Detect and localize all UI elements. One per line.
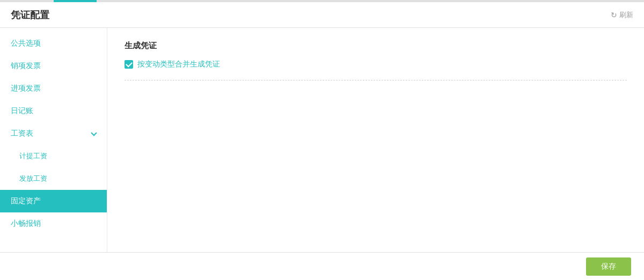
sidebar: 公共选项 销项发票 进项发票 日记账 工资表 计提工资 发放工资 固定资产 小畅… (0, 28, 107, 252)
checkbox-row: 按变动类型合并生成凭证 (125, 60, 627, 69)
sidebar-item-label: 进项发票 (11, 84, 41, 93)
sidebar-item-issue-payroll[interactable]: 发放工资 (0, 167, 107, 190)
checkbox-label[interactable]: 按变动类型合并生成凭证 (137, 60, 220, 69)
sidebar-item-label: 销项发票 (11, 61, 41, 71)
page-header: 凭证配置 ↻ 刷新 (0, 2, 644, 28)
sidebar-item-label: 工资表 (11, 129, 33, 138)
refresh-button[interactable]: ↻ 刷新 (611, 10, 633, 20)
page-footer: 保存 (0, 252, 644, 280)
sidebar-item-payroll-table[interactable]: 工资表 (0, 122, 107, 145)
chevron-down-icon (91, 130, 97, 136)
sidebar-item-label: 计提工资 (19, 151, 47, 161)
sidebar-item-public-options[interactable]: 公共选项 (0, 32, 107, 55)
sidebar-item-purchase-invoice[interactable]: 进项发票 (0, 77, 107, 100)
refresh-icon: ↻ (611, 11, 617, 19)
save-button[interactable]: 保存 (586, 257, 631, 276)
section-divider (125, 80, 627, 80)
sidebar-item-calc-payroll[interactable]: 计提工资 (0, 145, 107, 167)
section-title: 生成凭证 (125, 41, 627, 51)
sidebar-item-fixed-assets[interactable]: 固定资产 (0, 190, 107, 212)
sidebar-item-label: 固定资产 (11, 196, 41, 206)
content-area: 生成凭证 按变动类型合并生成凭证 (107, 28, 644, 252)
main-layout: 公共选项 销项发票 进项发票 日记账 工资表 计提工资 发放工资 固定资产 小畅… (0, 28, 644, 252)
sidebar-item-expense-report[interactable]: 小畅报销 (0, 212, 107, 235)
sidebar-item-journal[interactable]: 日记账 (0, 100, 107, 122)
sidebar-item-label: 发放工资 (19, 174, 47, 183)
refresh-label: 刷新 (619, 10, 633, 20)
page-title: 凭证配置 (11, 9, 49, 21)
sidebar-item-label: 小畅报销 (11, 219, 41, 229)
sidebar-item-label: 日记账 (11, 106, 33, 116)
sidebar-item-sales-invoice[interactable]: 销项发票 (0, 55, 107, 77)
top-accent-bar (0, 0, 644, 2)
sidebar-item-label: 公共选项 (11, 39, 41, 48)
merge-checkbox[interactable] (125, 60, 133, 69)
